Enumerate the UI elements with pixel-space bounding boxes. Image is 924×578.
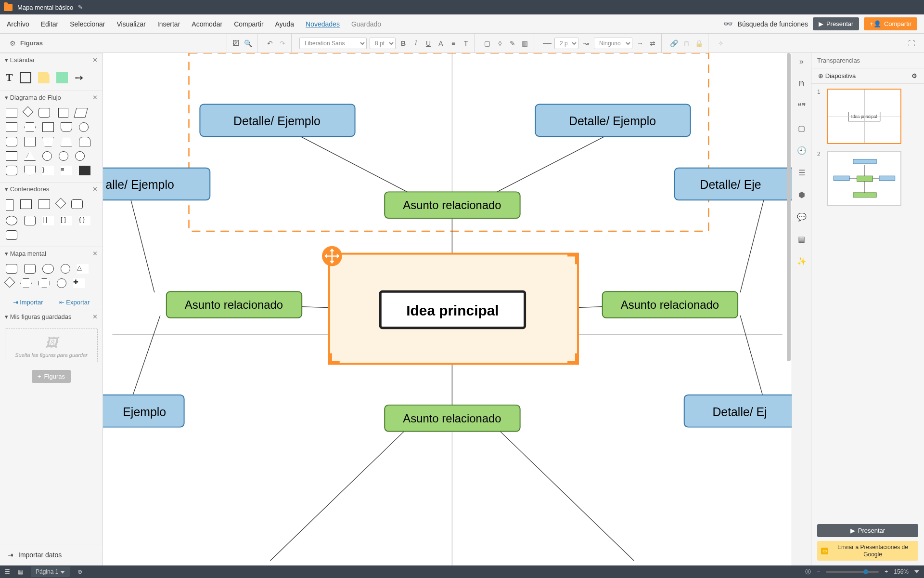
fontsize-select[interactable]: 8 pt [370,38,396,49]
shape-fc-23[interactable]: } [42,166,54,175]
link-icon[interactable]: 🔗 [669,39,679,48]
presentar-button[interactable]: ▶ Presentar [813,17,859,30]
exportar-link[interactable]: ⇤ Exportar [59,299,90,306]
shape-fc-16[interactable] [6,151,17,161]
slide-thumb-2[interactable] [827,151,901,206]
line-curve-icon[interactable]: ↝ [581,39,591,48]
search-shapes-icon[interactable]: 🔍 [244,39,253,48]
bold-icon[interactable]: B [398,39,408,48]
fill-box-icon[interactable]: ▢ [483,39,492,48]
shape-fc-1[interactable] [6,108,17,118]
dock-history-icon[interactable]: 🕘 [796,144,808,156]
search-functions-link[interactable]: Búsqueda de funciones [738,20,808,28]
menu-compartir[interactable]: Compartir [234,20,263,28]
line-style-icon[interactable]: ── [542,39,552,48]
shape-fc-15[interactable] [79,137,90,146]
shape-fc-7[interactable] [24,122,36,132]
align-icon[interactable]: ≡ [449,39,458,48]
node-detalle-tr[interactable]: Detalle/ Ejemplo [569,115,656,128]
zoom-in-icon[interactable]: + [885,568,888,575]
shape-fc-18[interactable] [42,151,52,161]
node-idea-principal[interactable]: Idea principal [406,302,499,318]
shape-options-icon[interactable]: ▥ [520,39,530,48]
shape-fc-11[interactable] [6,137,17,146]
slides-settings-icon[interactable]: ⚙ [911,72,917,79]
close-saved-icon[interactable]: ✕ [92,313,98,320]
shape-fc-8[interactable] [42,122,54,132]
shape-line[interactable]: ➚ [71,70,86,85]
close-flujo-icon[interactable]: ✕ [92,94,98,101]
menu-acomodar[interactable]: Acomodar [192,20,222,28]
shape-fc-19[interactable] [59,151,68,161]
shape-hotspot[interactable] [56,72,68,83]
magic-icon[interactable]: ✧ [716,39,726,48]
fill-bucket-icon[interactable]: ◊ [495,39,505,48]
section-flujo[interactable]: ▾ Diagrama de Flujo ✕ [0,91,103,104]
shape-mm-6[interactable] [4,277,15,288]
shape-fc-5[interactable] [74,108,88,118]
shape-fc-4[interactable] [57,108,68,118]
italic-icon[interactable]: I [411,39,421,48]
slide-thumb-1[interactable]: Idea principal [827,89,901,144]
zoom-menu-icon[interactable] [914,570,919,573]
shape-text[interactable]: T [6,71,13,84]
shape-fc-20[interactable] [75,151,85,161]
shape-fc-2[interactable] [23,106,34,118]
accessibility-icon[interactable]: Ⓐ [805,568,811,576]
swap-arrows-icon[interactable]: ⇄ [648,39,657,48]
shape-mm-10[interactable]: ✚ [73,278,85,288]
canvas-scroll[interactable] [787,53,791,361]
dock-layers-icon[interactable]: ☰ [796,167,808,178]
line-width-select[interactable]: 2 px [554,38,578,49]
shape-mm-4[interactable] [61,264,70,274]
section-estandar[interactable]: ▾ Estándar ✕ [0,53,103,66]
node-detalle-left[interactable]: alle/ Ejemplo [106,178,174,191]
node-detalle-right[interactable]: Detalle/ Eje [700,178,761,191]
shape-fc-25[interactable] [79,166,90,175]
shape-rect[interactable] [20,72,31,83]
dock-data-icon[interactable]: ⬢ [796,189,808,200]
redo-icon[interactable]: ↷ [278,39,287,48]
edit-title-icon[interactable]: ✎ [78,4,83,11]
shape-fc-6[interactable] [6,122,17,132]
menu-visualizar[interactable]: Visualizar [116,20,145,28]
shape-fc-14[interactable] [61,137,72,146]
importar-datos-link[interactable]: ⇥ Importar datos [0,544,103,565]
shape-mm-5[interactable]: △ [77,264,89,274]
page-tab[interactable]: Página 1 [31,566,70,577]
menu-insertar[interactable]: Insertar [157,20,180,28]
shape-fc-24[interactable]: ≡ [61,166,72,175]
shape-ct-9[interactable]: [ ] [61,216,72,225]
gear-icon[interactable]: ⚙ [8,39,17,48]
shape-mm-7[interactable] [20,278,32,288]
shape-mm-8[interactable] [38,278,50,288]
add-slide-button[interactable]: ⊕ Diapositiva [818,72,856,79]
shape-ct-3[interactable] [38,199,50,209]
shape-mm-2[interactable] [24,264,36,274]
folder-icon[interactable] [4,4,13,11]
shape-fc-10[interactable] [79,122,89,132]
shape-ct-2[interactable] [20,199,32,209]
undo-icon[interactable]: ↶ [265,39,275,48]
shape-fc-21[interactable] [6,166,17,175]
compartir-button[interactable]: +👤 Compartir [864,17,917,30]
close-mapa-icon[interactable]: ✕ [92,250,98,257]
shape-fc-12[interactable] [24,137,36,146]
shape-ct-11[interactable] [6,230,17,240]
shape-mm-9[interactable] [57,278,66,288]
shape-ct-5[interactable] [71,199,83,209]
section-contenedores[interactable]: ▾ Contenedores ✕ [0,182,103,196]
section-mapa[interactable]: ▾ Mapa mental ✕ [0,247,103,260]
zoom-out-icon[interactable]: − [817,568,820,575]
text-style-icon[interactable]: T [461,39,471,48]
dock-slides-icon[interactable]: ▤ [796,233,808,245]
shape-mm-1[interactable] [6,264,17,274]
arrow-start-select[interactable]: Ninguno [594,38,632,49]
node-asunto-bottom[interactable]: Asunto relacionado [403,412,501,425]
add-figuras-button[interactable]: + Figuras [32,370,71,383]
close-cont-icon[interactable]: ✕ [92,185,98,193]
shape-fc-9[interactable] [61,122,72,132]
node-asunto-left[interactable]: Asunto relacionado [185,298,283,311]
underline-icon[interactable]: U [424,39,433,48]
shape-fc-13[interactable] [42,137,54,146]
